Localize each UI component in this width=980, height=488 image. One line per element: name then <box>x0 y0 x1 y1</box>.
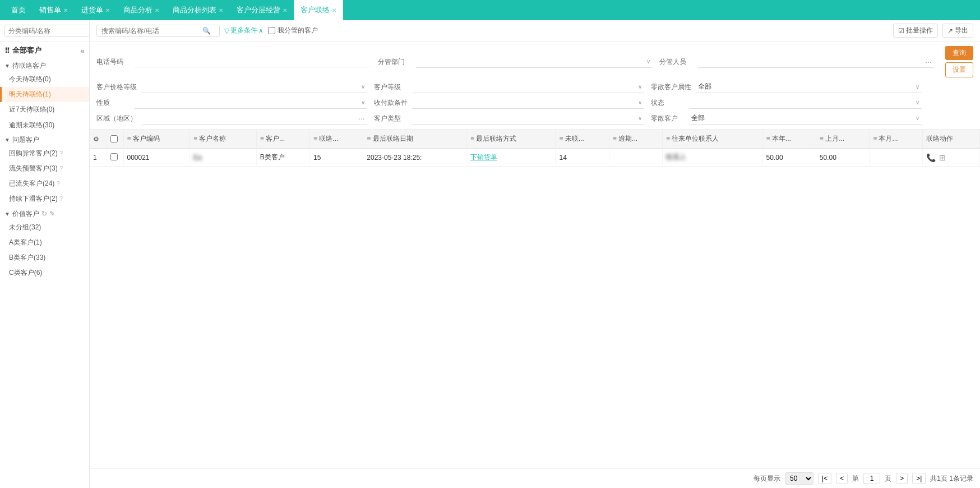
sidebar-item-churned[interactable]: 已流失客户(24) ? <box>0 176 89 191</box>
col-last-date[interactable]: ≡ 最后联络日期 <box>363 130 467 149</box>
first-page-btn[interactable]: |< <box>818 473 831 484</box>
sidebar-item-overdue[interactable]: 逾期未联络(30) <box>0 118 89 133</box>
col-unit-contact[interactable]: ≡ 往来单位联系人 <box>663 130 762 149</box>
filter-nature-chevron: ∨ <box>361 99 365 105</box>
sidebar-item-a-class[interactable]: A类客户(1) <box>0 235 89 250</box>
nav-purchase[interactable]: 进货单 ✕ <box>75 0 117 20</box>
filter-status: 状态 ∨ <box>651 96 928 109</box>
nav-sales[interactable]: 销售单 ✕ <box>33 0 75 20</box>
filter-phone-input[interactable] <box>135 57 371 67</box>
sidebar-item-churn-warning[interactable]: 流失预警客户(3) ? <box>0 161 89 176</box>
nav-sales-close[interactable]: ✕ <box>63 7 68 13</box>
col-this-month[interactable]: ≡ 本月... <box>870 130 923 149</box>
settings-btn[interactable]: 设置 <box>945 62 973 77</box>
sidebar-item-7days[interactable]: 近7天待联络(0) <box>0 102 89 117</box>
per-page-select[interactable]: 50 100 200 <box>785 472 813 485</box>
nav-analysis-label: 商品分析 <box>123 5 152 15</box>
prev-page-btn[interactable]: < <box>836 473 848 484</box>
nav-analysis-close[interactable]: ✕ <box>155 7 159 13</box>
sidebar-item-today[interactable]: 今天待联络(0) <box>0 72 89 87</box>
filter-payment-select[interactable]: ∨ <box>412 96 645 109</box>
pending-label: 待联络客户 <box>12 61 46 71</box>
nav-home-label: 首页 <box>11 5 26 15</box>
nav-sales-label: 销售单 <box>39 5 61 15</box>
nav-analysis[interactable]: 商品分析 ✕ <box>117 0 166 20</box>
col-overdue[interactable]: ≡ 逾期... <box>609 130 662 149</box>
last-method-link[interactable]: 下销货单 <box>470 153 497 161</box>
batch-ops-label: 批量操作 <box>906 26 933 35</box>
filter-status-select[interactable]: ∨ <box>689 96 922 109</box>
sidebar-item-declining[interactable]: 持续下滑客户(2) ? <box>0 191 89 206</box>
sidebar-all-customers[interactable]: ⠿ 全部客户 « <box>0 42 89 59</box>
sidebar-item-c-class[interactable]: C类客户(6) <box>0 265 89 280</box>
filter-person-select[interactable]: ··· <box>697 56 934 68</box>
next-page-btn[interactable]: > <box>896 473 908 484</box>
pending-arrow: ▼ <box>4 63 10 69</box>
my-customers-check[interactable] <box>268 27 275 34</box>
filter-scattered-select[interactable]: 全部 ∨ <box>689 112 922 125</box>
col-code-label: ≡ 客户编码 <box>127 134 160 144</box>
nav-customer-contact-close[interactable]: ✕ <box>332 7 336 13</box>
export-btn[interactable]: ↗ 导出 <box>942 24 973 38</box>
filter-scattered-attr-chevron: ∨ <box>916 84 919 90</box>
call-action-icon[interactable]: 📞 <box>926 153 936 162</box>
value-refresh-icon[interactable]: ↻ <box>41 210 47 218</box>
col-code[interactable]: ≡ 客户编码 <box>123 130 190 149</box>
last-page-btn[interactable]: >| <box>912 473 926 484</box>
cell-checkbox[interactable] <box>107 149 123 167</box>
col-contact[interactable]: ≡ 联络... <box>310 130 363 149</box>
col-last-month[interactable]: ≡ 上月... <box>816 130 869 149</box>
search-icon[interactable]: 🔍 <box>202 27 211 35</box>
value-edit-icon[interactable]: ✎ <box>49 210 55 218</box>
sidebar-group-pending: ▼ 待联络客户 <box>0 59 89 72</box>
more-action-icon[interactable]: ⊞ <box>939 153 946 162</box>
nav-customer-contact[interactable]: 客户联络 ✕ <box>294 0 343 20</box>
col-this-year[interactable]: ≡ 本年... <box>762 130 816 149</box>
cell-uncontacted: 14 <box>556 149 609 167</box>
sidebar-search-input[interactable] <box>4 25 90 37</box>
nav-purchase-close[interactable]: ✕ <box>105 7 110 13</box>
select-all-checkbox[interactable] <box>110 135 118 142</box>
cell-contact: 15 <box>310 149 363 167</box>
more-filters-label: 更多条件 <box>230 26 257 35</box>
col-uncontacted[interactable]: ≡ 未联... <box>556 130 609 149</box>
filter-dept-select[interactable]: ∨ <box>416 56 653 68</box>
batch-ops-btn[interactable]: ☑ 批量操作 <box>893 24 938 38</box>
nav-customer-tier[interactable]: 客户分层经营 ✕ <box>230 0 294 20</box>
col-settings[interactable]: ⚙ <box>90 130 107 149</box>
filter-person: 分管人员 ··· <box>659 56 941 68</box>
filter-customer-type-select[interactable]: ∨ <box>412 112 645 125</box>
filter-nature-select[interactable]: ∨ <box>135 96 367 109</box>
nav-analysis-list[interactable]: 商品分析列表 ✕ <box>166 0 230 20</box>
sidebar-item-tomorrow[interactable]: 明天待联络(1) <box>0 87 89 102</box>
filter-price-level-select[interactable]: ∨ <box>141 81 367 93</box>
nav-analysis-list-close[interactable]: ✕ <box>219 7 223 13</box>
filter-region-select[interactable]: ··· <box>141 112 367 125</box>
cell-name: Ea <box>190 149 257 167</box>
cell-last-month: 50.00 <box>816 149 869 167</box>
filter-customer-level-select[interactable]: ∨ <box>412 81 645 93</box>
filter-scattered-label: 零散客户 <box>651 114 685 123</box>
sidebar-item-repurchase-anomaly[interactable]: 回购异常客户(2) ? <box>0 146 89 161</box>
sidebar-item-ungrouped[interactable]: 未分组(32) <box>0 220 89 235</box>
nav-customer-tier-close[interactable]: ✕ <box>283 7 287 13</box>
more-filters-btn[interactable]: ▽ 更多条件 ∧ <box>224 26 264 35</box>
search-input[interactable] <box>101 27 202 35</box>
sidebar-collapse-icon[interactable]: « <box>81 47 85 55</box>
sidebar-item-b-class[interactable]: B类客户(33) <box>0 250 89 265</box>
col-last-method[interactable]: ≡ 最后联络方式 <box>466 130 555 149</box>
filter-row-1: 电话号码 分管部门 ∨ 分管人员 ··· <box>96 46 973 77</box>
page-input[interactable] <box>863 473 880 484</box>
value-arrow: ▼ <box>4 211 10 217</box>
row-checkbox[interactable] <box>110 153 118 160</box>
col-name-label: ≡ 客户名称 <box>193 134 226 144</box>
filter-customer-type-label: 客户类型 <box>374 114 408 123</box>
filter-row-4: 区域（地区） ··· 客户类型 ∨ 零散客户 全部 <box>96 112 973 125</box>
filter-scattered-attr-select[interactable]: 全部 ∨ <box>696 81 922 93</box>
my-customers-checkbox[interactable]: 我分管的客户 <box>268 26 318 35</box>
nav-home[interactable]: 首页 <box>4 0 33 20</box>
query-btn[interactable]: 查询 <box>945 46 973 60</box>
col-checkbox[interactable] <box>107 130 123 149</box>
col-name[interactable]: ≡ 客户名称 <box>190 130 257 149</box>
col-type[interactable]: ≡ 客户... <box>256 130 309 149</box>
